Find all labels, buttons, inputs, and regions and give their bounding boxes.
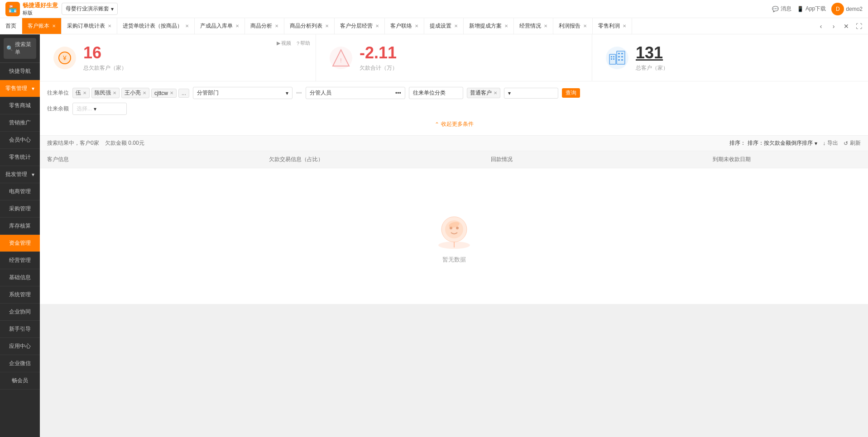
export-btn[interactable]: ↓ 导出 (823, 139, 838, 147)
sidebar-item-quick-nav[interactable]: 快捷导航 (0, 63, 40, 80)
prev-tabs-btn[interactable]: ‹ (815, 21, 826, 32)
chevron-icon: ▾ (32, 86, 34, 92)
close-icon[interactable]: ✕ (375, 24, 379, 28)
tab-customer-tier[interactable]: 客户分层经营 ✕ (335, 18, 385, 34)
sort-select[interactable]: 排序： 排序：按欠款金额倒序排序 ▾ (729, 139, 817, 147)
close-icon[interactable]: ✕ (415, 24, 418, 28)
tag-wu-remove[interactable]: ✕ (83, 90, 86, 95)
tab-goods-analysis[interactable]: 商品分析 ✕ (245, 18, 284, 34)
chevron-down-icon: ▾ (94, 106, 96, 112)
sidebar-item-retail-stats[interactable]: 零售统计 (0, 149, 40, 166)
sidebar-app-center-label: 应用中心 (9, 343, 31, 349)
unit-type-tag-remove[interactable]: ✕ (494, 90, 497, 95)
app-download-btn[interactable]: 📱 App下载 (797, 5, 826, 13)
tab-product-inbound-label: 产成品入库单 (200, 22, 233, 30)
video-link[interactable]: ▶ 视频 (277, 40, 291, 47)
next-tabs-btn[interactable]: › (828, 21, 839, 32)
close-all-tabs-btn[interactable]: ✕ (841, 21, 852, 32)
sidebar-item-basic-info[interactable]: 基础信息 (0, 269, 40, 286)
close-icon[interactable]: ✕ (544, 24, 547, 28)
close-icon[interactable]: ✕ (275, 24, 278, 28)
sidebar-item-newbie[interactable]: 新手引导 (0, 321, 40, 338)
svg-rect-10 (618, 53, 620, 54)
collapse-btn[interactable]: ⌃ 收起更多条件 (435, 120, 474, 128)
refresh-btn[interactable]: ↺ 刷新 (844, 139, 861, 147)
dept-filter[interactable]: 分管部门 ▾ (193, 87, 293, 99)
svg-rect-4 (609, 54, 616, 64)
close-icon[interactable]: ✕ (583, 24, 587, 28)
tab-profit-report[interactable]: 利润报告 ✕ (553, 18, 593, 34)
close-icon[interactable]: ✕ (108, 24, 111, 28)
message-label: 消息 (781, 5, 791, 13)
sidebar-item-inventory[interactable]: 库存核算 (0, 218, 40, 235)
sidebar-item-retail-mall[interactable]: 零售商城 (0, 97, 40, 114)
help-link[interactable]: ? 帮助 (297, 40, 310, 47)
close-icon[interactable]: ✕ (325, 24, 329, 28)
tab-purchase-order[interactable]: 采购订单统计表 ✕ (62, 18, 117, 34)
sidebar-item-app-center[interactable]: 应用中心 (0, 338, 40, 355)
tab-retail-profit[interactable]: 零售利润 ✕ (593, 18, 632, 34)
tab-customer-ledger-close[interactable]: ✕ (52, 24, 56, 28)
close-icon[interactable]: ✕ (235, 24, 239, 28)
tab-commission-setting[interactable]: 提成设置 ✕ (424, 18, 464, 34)
tab-goods-analysis-list[interactable]: 商品分析列表 ✕ (284, 18, 335, 34)
maximize-btn[interactable]: ⛶ (854, 21, 864, 32)
tab-home-label: 首页 (5, 22, 16, 30)
tab-operations[interactable]: 经营情况 ✕ (514, 18, 553, 34)
store-selector[interactable]: 母婴行业演示账套 ▾ (62, 3, 118, 15)
stat-text-3: 131 总客户（家） (636, 43, 668, 72)
result-summary: 搜索结果中，客户0家 欠款金额 0.00元 (47, 139, 144, 147)
filter-tag-more[interactable]: ... (178, 89, 189, 98)
sidebar-item-operations[interactable]: 经营管理 (0, 252, 40, 269)
tag-cjt-remove[interactable]: ✕ (170, 90, 173, 95)
logo-icon: 🏪 (5, 2, 20, 16)
person-filter[interactable]: 分管人员 ••• (306, 87, 405, 99)
unit-type-dropdown[interactable]: ▾ (504, 88, 558, 99)
close-icon[interactable]: ✕ (454, 24, 458, 28)
close-icon[interactable]: ✕ (623, 24, 626, 28)
filter-row-2: 往来余额 选择... ▾ (47, 103, 861, 115)
filter-tag-cjt: cjttcw ✕ (151, 89, 177, 98)
tab-product-inbound[interactable]: 产成品入库单 ✕ (195, 18, 245, 34)
sidebar-search-area: 🔍 搜索菜单 (0, 34, 40, 63)
tab-customer-ledger[interactable]: 客户账本 ✕ (22, 18, 62, 34)
tab-new-commission[interactable]: 新增提成方案 ✕ (464, 18, 514, 34)
svg-rect-5 (617, 51, 625, 64)
top-bar-left: 🏪 畅捷通好生意 标版 母婴行业演示账套 ▾ (5, 2, 118, 16)
tab-home[interactable]: 首页 (0, 18, 22, 34)
sidebar-item-marketing[interactable]: 营销推广 (0, 114, 40, 132)
help-icon: ? (297, 41, 299, 46)
collapse-label: 收起更多条件 (441, 120, 474, 128)
close-icon[interactable]: ✕ (185, 24, 189, 28)
message-btn[interactable]: 💬 消息 (772, 5, 791, 13)
balance-select[interactable]: 选择... ▾ (72, 103, 127, 115)
unit-type-filter[interactable]: 往来单位分类 (409, 87, 463, 99)
sidebar-retail-label: 零售管理 (5, 85, 27, 92)
sidebar-item-wechat[interactable]: 企业微信 (0, 355, 40, 372)
sidebar-item-purchase[interactable]: 采购管理 (0, 200, 40, 218)
sidebar-item-system[interactable]: 系统管理 (0, 286, 40, 304)
tag-chen-label: 陈民强 (95, 89, 111, 97)
unit-type-label: 往来单位分类 (413, 89, 446, 97)
tab-purchase-order-label: 采购订单统计表 (67, 22, 105, 30)
tag-chen-remove[interactable]: ✕ (113, 90, 116, 95)
user-menu[interactable]: D demo2 (831, 3, 863, 15)
tab-customer-contact[interactable]: 客户联络 ✕ (385, 18, 424, 34)
sidebar-item-ecommerce[interactable]: 电商管理 (0, 183, 40, 200)
search-button[interactable]: 查询 (562, 88, 580, 98)
sidebar-item-wholesale[interactable]: 批发管理 ▾ (0, 166, 40, 183)
col-customer-info: 客户信息 (47, 156, 269, 163)
unit-filter-label: 往来单位 (47, 89, 69, 97)
tag-wang-remove[interactable]: ✕ (143, 90, 146, 95)
sidebar-item-member2[interactable]: 畅会员 (0, 372, 40, 390)
close-icon[interactable]: ✕ (504, 24, 508, 28)
logo-sub: 标版 (23, 10, 58, 16)
sidebar-item-finance[interactable]: 资金管理 (0, 235, 40, 252)
sidebar-item-member[interactable]: 会员中心 (0, 132, 40, 149)
sidebar-item-retail[interactable]: 零售管理 ▾ (0, 80, 40, 97)
result-bar-right: 排序： 排序：按欠款金额倒序排序 ▾ ↓ 导出 ↺ 刷新 (729, 139, 861, 147)
search-menu-btn[interactable]: 🔍 搜索菜单 (4, 38, 36, 59)
sidebar-item-enterprise[interactable]: 企业协同 (0, 304, 40, 321)
stat-links-1: ▶ 视频 ? 帮助 (277, 40, 310, 47)
tab-goods-inbound[interactable]: 进货单统计表（按商品） ✕ (117, 18, 195, 34)
